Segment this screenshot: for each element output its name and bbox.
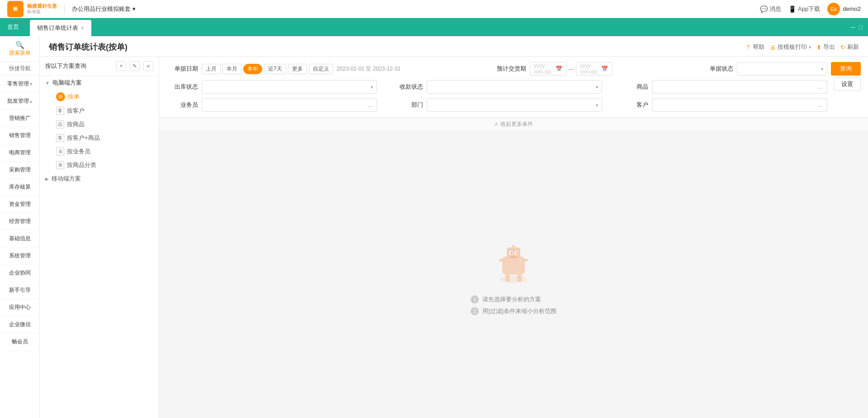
message-btn[interactable]: 💬 消息 — [760, 5, 781, 13]
sidebar-quick-label: 快捷导航 — [9, 65, 31, 71]
pay-status-select[interactable]: ▾ — [427, 80, 602, 94]
salesperson-label: 业务员 — [166, 101, 198, 109]
app-download-btn[interactable]: 📱 App下载 — [788, 5, 820, 13]
sidebar-item-member[interactable]: 畅会员 — [0, 333, 39, 351]
tab-minimize-btn[interactable]: ─ — [851, 24, 855, 31]
workspace-selector[interactable]: 办公用品行业模拟账套 ▾ — [72, 5, 136, 13]
sidebar-quick-nav[interactable]: 快捷导航 — [0, 62, 39, 76]
product-dots: … — [818, 84, 823, 90]
tree-pc-section[interactable]: ▼ 电脑端方案 — [40, 76, 159, 90]
sidebar-item-operations[interactable]: 经营管理 — [0, 213, 39, 230]
sidebar-item-ecommerce[interactable]: 电商管理 — [0, 144, 39, 162]
tab-maximize-btn[interactable]: □ — [859, 24, 863, 31]
sidebar-item-finance[interactable]: 资金管理 — [0, 196, 39, 213]
sidebar-app-center-label: 应用中心 — [9, 304, 31, 311]
by-cust-prod-icon: 客 — [56, 134, 64, 142]
sidebar-item-inventory[interactable]: 库存核算 — [0, 179, 39, 196]
export-btn[interactable]: ⬆ 导出 — [816, 43, 835, 51]
tree-item-by-category[interactable]: 类 按商品分类 — [40, 158, 159, 172]
tree-item-by-customer[interactable]: 客 按客户 — [40, 104, 159, 118]
customer-dots: … — [818, 102, 823, 108]
mobile-section-label: 移动端方案 — [52, 175, 81, 183]
tab-sales-order[interactable]: 销售订单统计表 × — [30, 20, 91, 36]
tree-mobile-section[interactable]: ▶ 移动端方案 — [40, 172, 159, 185]
date-btn-current-year[interactable]: 本年 — [243, 64, 262, 74]
date-end-placeholder: yyyy-mm-dd — [580, 62, 601, 75]
expected-date-end[interactable]: yyyy-mm-dd 📅 — [576, 62, 612, 76]
date-btn-last-month[interactable]: 上月 — [202, 64, 221, 74]
sidebar-system-label: 系统管理 — [9, 252, 31, 260]
expected-date-label: 预计交货期 — [490, 65, 526, 73]
department-select[interactable]: ▾ — [427, 98, 602, 112]
edit-icon: ✎ — [132, 63, 137, 69]
page-actions: ？ 帮助 🖨 按模板打印 ▾ ⬆ 导出 ↻ 刷新 — [745, 43, 859, 51]
empty-step-1: 1 请先选择要分析的方案 — [471, 295, 556, 304]
sidebar-item-system[interactable]: 系统管理 — [0, 247, 39, 265]
user-name: demo2 — [843, 5, 861, 12]
expected-date-start[interactable]: yyyy-mm-dd 📅 — [530, 62, 566, 76]
product-input[interactable]: … — [652, 80, 827, 94]
department-label: 部门 — [392, 101, 423, 109]
right-panel: 单据日期 上月 本月 本年 近7天 更多 自定义 2023-01-01 至 20… — [159, 57, 868, 418]
date-btn-custom[interactable]: 自定义 — [309, 64, 333, 74]
help-btn[interactable]: ？ 帮助 — [745, 43, 764, 51]
sidebar-item-sales[interactable]: 销售管理 — [0, 127, 39, 144]
sidebar-ecommerce-label: 电商管理 — [9, 149, 31, 157]
export-icon: ⬆ — [816, 44, 821, 51]
sidebar-item-wholesale[interactable]: 批发管理 ▴ — [0, 93, 39, 110]
customer-input[interactable]: … — [652, 98, 827, 112]
order-status-arrow: ▾ — [821, 66, 823, 71]
print-btn[interactable]: 🖨 按模板打印 ▾ — [770, 43, 811, 51]
app-download-label: App下载 — [798, 5, 820, 13]
sidebar-purchase-label: 采购管理 — [9, 166, 31, 174]
brand-logo-text: 畅 — [13, 6, 18, 12]
sidebar-item-retail[interactable]: 零售管理 ▾ — [0, 76, 39, 93]
step2-text: 用[过滤]条件来缩小分析范围 — [482, 307, 556, 315]
sidebar-search[interactable]: 🔍 搜索菜单 — [0, 36, 39, 62]
sidebar-item-purchase[interactable]: 采购管理 — [0, 162, 39, 179]
workspace-name: 办公用品行业模拟账套 — [72, 5, 131, 13]
sidebar-item-newbie[interactable]: 新手引导 — [0, 282, 39, 299]
sidebar-item-basic[interactable]: 基础信息 — [0, 230, 39, 247]
settings-btn[interactable]: 设置 — [834, 77, 861, 91]
order-status-select[interactable]: ▾ — [737, 62, 827, 76]
top-bar: 畅 畅捷通好生意 标准版 办公用品行业模拟账套 ▾ 💬 消息 📱 App下载 E… — [0, 0, 868, 18]
date-btn-last7[interactable]: 近7天 — [264, 64, 286, 74]
calendar-icon: 📅 — [556, 66, 562, 72]
print-arrow: ▾ — [809, 45, 811, 50]
ship-status-label: 出库状态 — [166, 83, 198, 91]
sidebar-newbie-label: 新手引导 — [9, 286, 31, 294]
tab-home[interactable]: 首页 — [0, 18, 26, 36]
salesperson-input[interactable]: … — [202, 98, 377, 112]
ship-status-select[interactable]: ▾ — [202, 80, 377, 94]
query-btn[interactable]: 查询 — [831, 62, 861, 76]
sidebar-wholesale-arrow: ▴ — [30, 99, 32, 104]
empty-state: 1 请先选择要分析的方案 2 用[过滤]条件来缩小分析范围 — [159, 131, 868, 418]
sidebar-item-corp[interactable]: 企业协同 — [0, 265, 39, 282]
collapse-bar[interactable]: ∧ 收起更多条件 — [159, 118, 868, 131]
svg-point-5 — [510, 252, 512, 254]
date-start-placeholder: yyyy-mm-dd — [534, 62, 555, 75]
add-scheme-btn[interactable]: + — [116, 61, 126, 71]
refresh-btn[interactable]: ↻ 刷新 — [840, 43, 859, 51]
filter-date-row: 单据日期 上月 本月 本年 近7天 更多 自定义 2023-01-01 至 20… — [166, 62, 827, 76]
edit-scheme-btn[interactable]: ✎ — [130, 61, 140, 71]
tree-item-by-order[interactable]: 按 按单 — [40, 90, 159, 104]
collapse-panel-btn[interactable]: « — [143, 61, 153, 71]
date-label: 单据日期 — [166, 65, 198, 73]
tree-item-by-salesperson[interactable]: 员 按业务员 — [40, 145, 159, 158]
mobile-expand-icon: ▶ — [45, 176, 49, 181]
tab-close-icon[interactable]: × — [81, 25, 84, 31]
sidebar-item-marketing[interactable]: 营销推广 — [0, 110, 39, 127]
by-customer-icon: 客 — [56, 107, 64, 115]
sidebar-wholesale-label: 批发管理 — [7, 97, 29, 105]
sidebar-item-app-center[interactable]: 应用中心 — [0, 299, 39, 316]
tree-item-by-cust-prod[interactable]: 客 按客户+商品 — [40, 131, 159, 145]
sidebar-item-corp-wechat[interactable]: 企业微信 — [0, 316, 39, 333]
brand-info: 畅捷通好生意 标准版 — [27, 3, 57, 14]
tree-item-by-product[interactable]: 品 按商品 — [40, 118, 159, 131]
by-product-label: 按商品 — [67, 120, 85, 128]
user-menu[interactable]: Ea demo2 — [827, 3, 861, 15]
date-btn-this-month[interactable]: 本月 — [222, 64, 241, 74]
date-btn-more[interactable]: 更多 — [288, 64, 307, 74]
